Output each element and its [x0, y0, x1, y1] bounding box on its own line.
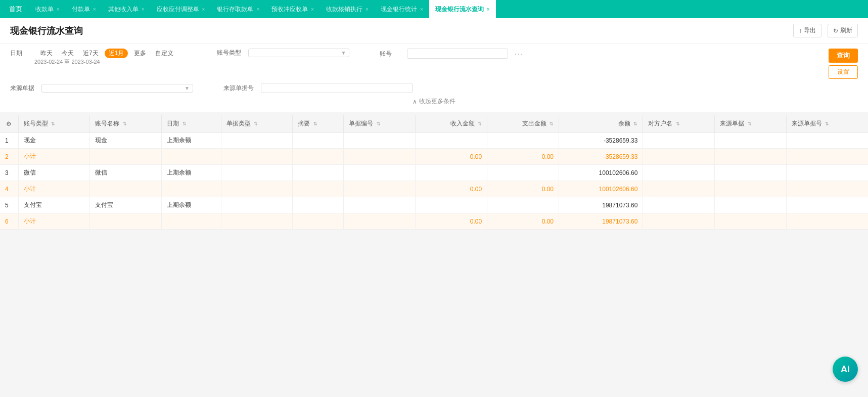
th-balance[interactable]: 余额 ⇅ — [559, 115, 643, 133]
nav-tab-prepay-offset[interactable]: 预收冲应收单 × — [265, 0, 320, 18]
td-balance: -3528659.33 — [559, 149, 643, 165]
top-navigation: 首页 收款单 × 付款单 × 其他收入单 × 应收应付调整单 × 银行存取款单 … — [0, 0, 868, 18]
query-button[interactable]: 查询 — [829, 49, 858, 63]
td-doc-no — [344, 213, 416, 230]
th-account-name[interactable]: 账号名称 ⇅ — [90, 115, 162, 133]
date-opt-1month[interactable]: 近1月 — [105, 49, 128, 58]
th-source-doc-no[interactable]: 来源单据号 ⇅ — [787, 115, 868, 133]
account-input[interactable] — [407, 49, 508, 59]
td-doc-no — [344, 197, 416, 213]
th-account-type[interactable]: 账号类型 ⇅ — [18, 115, 90, 133]
close-payments-tab[interactable]: × — [93, 7, 96, 12]
nav-tab-payments[interactable]: 付款单 × — [66, 0, 102, 18]
td-account-type: 支付宝 — [18, 197, 90, 213]
date-opt-custom[interactable]: 自定义 — [152, 49, 176, 58]
td-date: 上期余额 — [162, 133, 221, 149]
td-source-doc — [715, 213, 787, 230]
sort-income-icon: ⇅ — [478, 121, 482, 126]
sort-source-doc-icon: ⇅ — [748, 121, 752, 126]
collapse-label: 收起更多条件 — [419, 97, 455, 106]
td-income — [416, 197, 487, 213]
date-opt-today[interactable]: 今天 — [59, 49, 77, 58]
close-cash-flow-tab[interactable]: × — [487, 7, 490, 12]
td-summary — [293, 197, 344, 213]
th-doc-no[interactable]: 单据编号 ⇅ — [344, 115, 416, 133]
td-balance: 19871073.60 — [559, 197, 643, 213]
td-account-type: 小计 — [18, 213, 90, 230]
td-source-doc-no — [787, 197, 868, 213]
td-idx: 6 — [0, 213, 18, 230]
td-summary — [293, 133, 344, 149]
th-date[interactable]: 日期 ⇅ — [162, 115, 221, 133]
date-options: 昨天 今天 近7天 近1月 更多 自定义 — [37, 49, 176, 58]
gear-icon: ⚙ — [6, 120, 12, 127]
td-date — [162, 181, 221, 197]
td-summary — [293, 181, 344, 197]
td-idx: 4 — [0, 181, 18, 197]
table-row: 4小计0.000.00100102606.60 — [0, 181, 868, 197]
refresh-button[interactable]: ↻ 刷新 — [828, 24, 858, 37]
settings-button[interactable]: 设置 — [829, 65, 858, 79]
nav-tab-bank-deposit[interactable]: 银行存取款单 × — [211, 0, 265, 18]
source-doc-select[interactable]: ▼ — [41, 84, 193, 93]
th-summary[interactable]: 摘要 ⇅ — [293, 115, 344, 133]
close-prepay-offset-tab[interactable]: × — [311, 7, 314, 12]
collapse-bar[interactable]: ∧ 收起更多条件 — [10, 95, 858, 108]
nav-tab-cash-stats[interactable]: 现金银行统计 × — [375, 0, 429, 18]
nav-tab-other-income[interactable]: 其他收入单 × — [102, 0, 151, 18]
date-opt-7days[interactable]: 近7天 — [80, 49, 102, 58]
table-row: 3微信微信上期余额100102606.60 — [0, 165, 868, 181]
td-account-name: 微信 — [90, 165, 162, 181]
close-other-income-tab[interactable]: × — [142, 7, 145, 12]
close-cash-stats-tab[interactable]: × — [420, 7, 423, 12]
td-expense: 0.00 — [487, 213, 559, 230]
export-icon: ↑ — [799, 27, 802, 34]
nav-tab-receipt-verify[interactable]: 收款核销执行 × — [320, 0, 375, 18]
td-source-doc — [715, 133, 787, 149]
td-counterparty — [643, 165, 715, 181]
table-row: 6小计0.000.0019871073.60 — [0, 213, 868, 230]
td-account-name: 支付宝 — [90, 197, 162, 213]
nav-tab-receipts[interactable]: 收款单 × — [29, 0, 66, 18]
source-doc-no-input[interactable] — [261, 83, 413, 93]
account-type-select[interactable]: ▼ — [248, 49, 349, 57]
td-counterparty — [643, 197, 715, 213]
export-button[interactable]: ↑ 导出 — [793, 24, 821, 37]
td-date — [162, 149, 221, 165]
td-source-doc — [715, 165, 787, 181]
td-counterparty — [643, 213, 715, 230]
th-income[interactable]: 收入金额 ⇅ — [416, 115, 487, 133]
td-expense — [487, 165, 559, 181]
sort-doc-no-icon: ⇅ — [377, 121, 381, 126]
nav-tab-cash-flow[interactable]: 现金银行流水查询 × — [429, 0, 496, 18]
td-account-type: 小计 — [18, 149, 90, 165]
td-doc-no — [344, 149, 416, 165]
close-ar-ap-adjust-tab[interactable]: × — [202, 7, 205, 12]
close-receipts-tab[interactable]: × — [57, 7, 60, 12]
header-actions: ↑ 导出 ↻ 刷新 — [793, 24, 858, 37]
th-doc-type[interactable]: 单据类型 ⇅ — [221, 115, 293, 133]
nav-home[interactable]: 首页 — [2, 0, 29, 18]
td-source-doc-no — [787, 133, 868, 149]
td-account-name — [90, 181, 162, 197]
date-opt-yesterday[interactable]: 昨天 — [37, 49, 56, 58]
close-receipt-verify-tab[interactable]: × — [366, 7, 369, 12]
table-header-row: ⚙ 账号类型 ⇅ 账号名称 ⇅ 日期 ⇅ 单据类型 ⇅ — [0, 115, 868, 133]
nav-tab-ar-ap-adjust[interactable]: 应收应付调整单 × — [151, 0, 211, 18]
th-source-doc[interactable]: 来源单据 ⇅ — [715, 115, 787, 133]
date-opt-more[interactable]: 更多 — [131, 49, 149, 58]
th-expense[interactable]: 支出金额 ⇅ — [487, 115, 559, 133]
sort-counterparty-icon: ⇅ — [676, 121, 680, 126]
td-counterparty — [643, 133, 715, 149]
th-settings[interactable]: ⚙ — [0, 115, 18, 133]
sort-expense-icon: ⇅ — [550, 121, 554, 126]
td-summary — [293, 213, 344, 230]
action-buttons: 查询 设置 — [829, 49, 858, 79]
td-balance: 100102606.60 — [559, 181, 643, 197]
td-income: 0.00 — [416, 181, 487, 197]
account-more-icon[interactable]: ··· — [514, 50, 523, 58]
th-counterparty[interactable]: 对方户名 ⇅ — [643, 115, 715, 133]
source-doc-label: 来源单据 — [10, 84, 34, 93]
close-bank-deposit-tab[interactable]: × — [256, 7, 259, 12]
td-source-doc — [715, 149, 787, 165]
